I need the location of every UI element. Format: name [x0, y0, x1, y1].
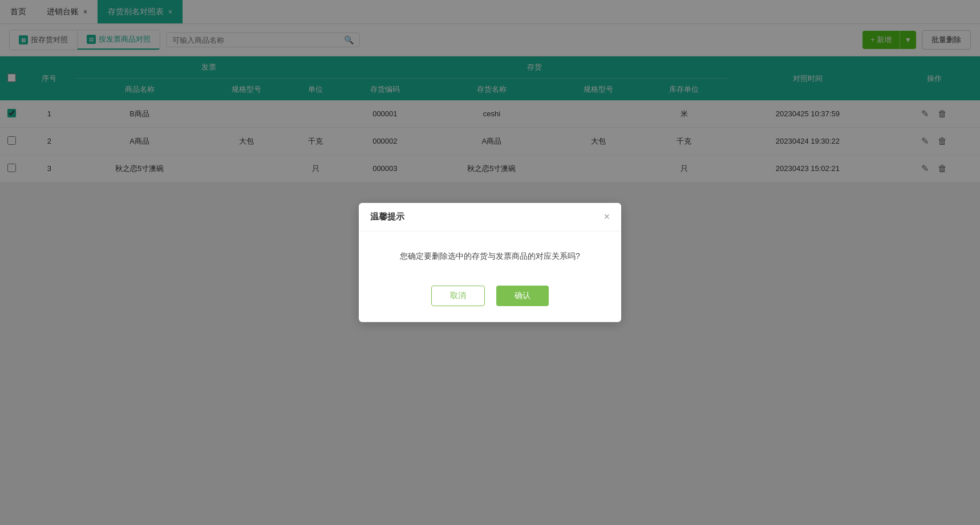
modal-overlay: 温馨提示 × 您确定要删除选中的存货与发票商品的对应关系吗? 取消 确认: [0, 0, 980, 182]
